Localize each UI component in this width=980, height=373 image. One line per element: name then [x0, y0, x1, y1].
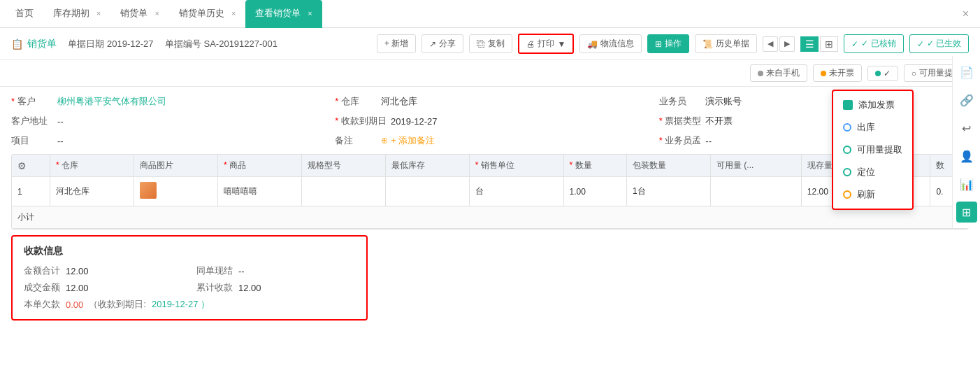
add-invoice-label: 添加发票	[858, 99, 895, 111]
logistics-button[interactable]: 🚚 物流信息	[579, 34, 642, 53]
warehouse-value: 河北仓库	[381, 95, 417, 108]
customer-field: 客户 柳州粤港平安气体有限公司	[11, 95, 321, 108]
payment-total: 金额合计 12.00	[24, 265, 182, 277]
staff-label: 业务员	[659, 95, 701, 108]
next-button[interactable]: ▶	[779, 36, 795, 52]
print-icon: 🖨	[526, 39, 535, 49]
payment-deal: 成交金额 12.00	[24, 281, 182, 294]
tab-home[interactable]: 首页	[6, 0, 43, 28]
close-all-button[interactable]: ×	[957, 8, 974, 20]
refresh-item[interactable]: 刷新	[833, 183, 912, 206]
tab-sales-history[interactable]: 销货单历史 ×	[169, 0, 245, 28]
address-label: 客户地址	[11, 115, 53, 127]
cumulative-value: 12.00	[238, 283, 261, 293]
close-view-sales-tab[interactable]: ×	[308, 9, 312, 17]
right-icon-link[interactable]: 🔗	[956, 90, 977, 111]
col-spec: 规格型号	[301, 155, 385, 177]
col-product: * 商品	[217, 155, 301, 177]
form-row-1: 客户 柳州粤港平安气体有限公司 仓库 河北仓库 业务员 演示账号	[11, 95, 969, 108]
form-row-3: 项目 -- 备注 ⊕ + 添加备注 业务员孟 --	[11, 134, 969, 147]
address-value: --	[57, 116, 64, 127]
right-icon-chart[interactable]: 📊	[956, 174, 977, 195]
right-icon-expand[interactable]: ⊞	[956, 202, 977, 223]
confirm-button[interactable]: ✓	[867, 66, 898, 81]
tab-inventory[interactable]: 库存期初 ×	[43, 0, 110, 28]
add-note-icon: ⊕	[381, 135, 388, 146]
sales-staff-value: --	[705, 136, 712, 146]
col-gear: ⚙	[12, 155, 50, 177]
sold-check-icon: ✓	[851, 39, 858, 49]
row-unit: 台	[469, 177, 563, 206]
grid-view-button[interactable]: ⊞	[820, 36, 838, 52]
share-button[interactable]: ↗ 分享	[421, 34, 463, 53]
same-order-value: --	[238, 266, 245, 276]
refresh-label: 刷新	[857, 188, 875, 201]
add-invoice-item[interactable]: 添加发票	[833, 94, 912, 116]
copy-button[interactable]: ⿻ 复制	[469, 34, 512, 53]
customer-value[interactable]: 柳州粤港平安气体有限公司	[57, 95, 166, 108]
ticket-value: 不开票	[705, 115, 733, 127]
owed-value: 0.00	[66, 300, 83, 310]
out-warehouse-item[interactable]: 出库	[833, 116, 912, 139]
deal-label: 成交金额	[24, 281, 60, 294]
list-view-button[interactable]: ☰	[800, 36, 819, 52]
operations-button[interactable]: ⊞ 操作	[647, 34, 689, 53]
locate-item[interactable]: 定位	[833, 161, 912, 183]
project-value: --	[57, 136, 64, 146]
copy-icon: ⿻	[477, 39, 485, 49]
col-avail: 可用量 (...	[710, 155, 801, 177]
close-inventory-tab[interactable]: ×	[96, 9, 101, 17]
warehouse-field: 仓库 河北仓库	[335, 95, 644, 108]
row-pack-qty: 1台	[627, 177, 711, 206]
effective-status-button[interactable]: ✓ ✓ 已生效	[909, 34, 969, 53]
new-button[interactable]: + 新增	[377, 34, 416, 53]
project-label: 项目	[11, 134, 53, 147]
logistics-icon: 🚚	[587, 39, 598, 49]
nav-arrows: ◀ ▶	[763, 36, 795, 52]
main-content: 📋 销货单 单据日期 2019-12-27 单据编号 SA-20191227-0…	[0, 28, 980, 373]
col-pack-qty: 包装数量	[627, 155, 711, 177]
payment-box: 收款信息 金额合计 12.00 同单现结 -- 成交金额 12.00 累计收款 …	[11, 235, 368, 321]
right-icon-user[interactable]: 👤	[956, 146, 977, 167]
staff-field: 业务员 演示账号	[659, 95, 969, 108]
address-field: 客户地址 --	[11, 115, 321, 127]
doc-title: 📋 销货单	[11, 38, 57, 50]
tab-view-sales[interactable]: 查看销货单 ×	[245, 0, 322, 28]
sold-status-button[interactable]: ✓ ✓ 已核销	[844, 34, 903, 53]
print-button[interactable]: 🖨 打印 ▼	[518, 34, 574, 54]
avail-qty-icon	[843, 146, 851, 154]
payment-cumulative: 累计收款 12.00	[196, 281, 355, 294]
locate-label: 定位	[857, 166, 875, 178]
add-note-button[interactable]: ⊕ + 添加备注	[381, 134, 435, 147]
staff-value: 演示账号	[705, 95, 742, 108]
prev-button[interactable]: ◀	[763, 36, 778, 52]
due-date-label: 收款到期日	[335, 115, 387, 127]
row-avail	[710, 177, 801, 206]
right-icon-doc[interactable]: 📄	[956, 62, 977, 83]
print-dropdown-icon: ▼	[557, 39, 565, 49]
payment-owed: 本单欠款 0.00 （收款到期日: 2019-12-27 ）	[24, 298, 355, 311]
right-icon-return[interactable]: ↩	[956, 118, 977, 139]
toolbar2: 来自手机 未开票 ✓ ○ 可用量提取	[0, 60, 980, 87]
refresh-icon	[843, 190, 851, 199]
subtotal-label: 小计	[12, 206, 968, 229]
payment-title: 收款信息	[24, 245, 355, 258]
from-phone-button[interactable]: 来自手机	[750, 64, 807, 82]
close-history-tab[interactable]: ×	[231, 9, 236, 17]
project-field: 项目 --	[11, 134, 321, 147]
avail-qty-item[interactable]: 可用量提取	[833, 139, 912, 161]
due-date-note-value: 2019-12-27 ）	[152, 298, 210, 311]
history-button[interactable]: 📜 历史单据	[695, 34, 757, 53]
phone-dot	[758, 71, 763, 76]
not-open-button[interactable]: 未开票	[813, 64, 862, 82]
doc-title-text: 销货单	[27, 38, 57, 50]
toolbar: + 新增 ↗ 分享 ⿻ 复制 🖨 打印 ▼ 🚚 物流信息 ⊞ 操作	[377, 34, 969, 54]
note-label: 备注	[335, 134, 377, 147]
close-sales-tab[interactable]: ×	[154, 9, 159, 17]
row-image	[134, 177, 217, 206]
row-num: 1	[12, 177, 50, 206]
same-order-label: 同单现结	[196, 265, 233, 277]
tab-sales[interactable]: 销货单 ×	[110, 0, 168, 28]
available-qty-icon: ○	[911, 69, 916, 78]
due-date-value: 2019-12-27	[391, 116, 438, 127]
